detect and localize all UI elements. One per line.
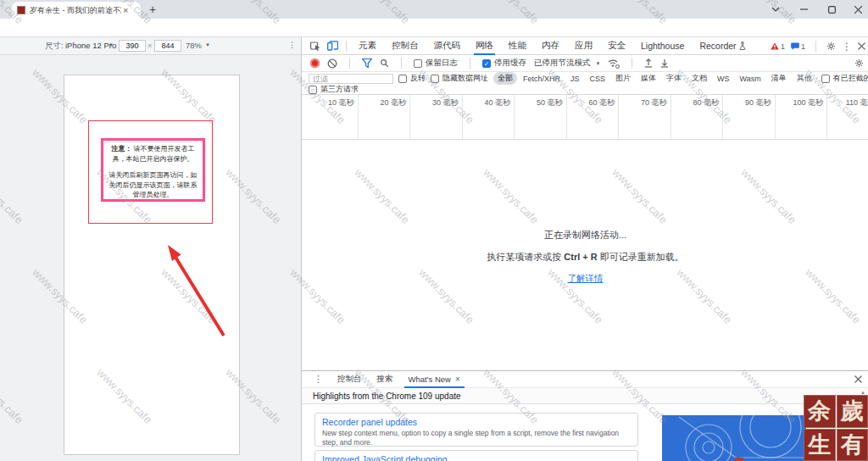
disable-cache-checkbox[interactable]: ✓停用缓存: [482, 58, 526, 69]
devtools-tab-应用[interactable]: 应用: [567, 37, 600, 54]
devtools-tab-性能[interactable]: 性能: [501, 37, 534, 54]
new-tab-button[interactable]: +: [149, 3, 156, 16]
seal-stamp: 余 歲 生 有: [804, 395, 868, 461]
filter-type-字体[interactable]: 字体: [662, 72, 686, 85]
device-caret-icon: ▼: [108, 42, 114, 47]
drawer-tab-What's New[interactable]: What's New×: [401, 371, 468, 387]
device-toolbar: 尺寸: iPhone 12 Pro ▼ × 78% ▼ ⋮: [0, 37, 301, 55]
devtools-tabs: 元素控制台源代码网络性能内存应用安全LighthouseRecorder: [351, 37, 754, 54]
filter-type-文档[interactable]: 文档: [687, 72, 711, 85]
devtools-tab-Recorder[interactable]: Recorder: [692, 37, 753, 54]
whats-new-thumbnail: [662, 415, 806, 461]
inspect-element-icon[interactable]: [307, 41, 324, 51]
dimension-times: ×: [147, 41, 153, 50]
throttling-select[interactable]: 已停用节流模式▼: [534, 58, 600, 69]
divider: [401, 58, 402, 69]
timeline-tick-label: 50 毫秒: [509, 97, 563, 108]
timeline-tick-label: 60 毫秒: [560, 97, 615, 108]
export-har-icon[interactable]: [660, 58, 669, 68]
import-har-icon[interactable]: [644, 58, 653, 68]
third-party-checkbox[interactable]: 第三方请求: [309, 84, 359, 95]
filter-type-Fetch/XHR[interactable]: Fetch/XHR: [519, 74, 565, 84]
checkbox[interactable]: [821, 75, 830, 83]
network-settings-gear-icon[interactable]: [854, 58, 864, 68]
divider: [349, 58, 350, 69]
checkbox[interactable]: [309, 86, 317, 94]
filter-type-媒体[interactable]: 媒体: [637, 72, 660, 85]
devtools-tab-Lighthouse[interactable]: Lighthouse: [633, 37, 692, 54]
viewport-height-input[interactable]: [154, 40, 181, 52]
viewport-width-input[interactable]: [119, 40, 146, 52]
devtools-tab-控制台[interactable]: 控制台: [384, 37, 426, 54]
error-triangle-icon: [771, 42, 779, 50]
hide-data-urls-checkbox[interactable]: 隐藏数据网址: [431, 73, 488, 84]
filter-type-JS[interactable]: JS: [566, 74, 584, 84]
devtools-close-icon[interactable]: [858, 42, 865, 50]
network-search-icon[interactable]: [380, 58, 389, 68]
devtools-tab-安全[interactable]: 安全: [600, 37, 633, 54]
filter-type-图片[interactable]: 图片: [611, 72, 635, 85]
clear-icon[interactable]: [327, 58, 337, 69]
card-title-link[interactable]: Improved JavaScript debugging: [322, 454, 631, 461]
devtools-tab-源代码[interactable]: 源代码: [426, 37, 469, 54]
filter-funnel-icon[interactable]: [362, 58, 372, 68]
tab-close-icon[interactable]: ×: [123, 6, 128, 14]
timeline-ruler: 10 毫秒20 毫秒30 毫秒40 毫秒50 毫秒60 毫秒70 毫秒80 毫秒…: [302, 95, 868, 140]
resource-type-filters: 全部Fetch/XHRJSCSS图片媒体字体文档WSWasm清单其他: [493, 72, 816, 85]
device-toolbar-kebab-icon[interactable]: ⋮: [288, 40, 297, 49]
browser-tab[interactable]: 岁有余生 - 而我们的前途不准起 ×: [12, 2, 141, 19]
network-filter-row-2: 第三方请求: [302, 85, 868, 95]
issues-badge[interactable]: 1: [791, 42, 805, 51]
timeline-tick-label: 70 毫秒: [613, 97, 667, 108]
drawer-tab-close-icon[interactable]: ×: [455, 375, 460, 384]
learn-more-link[interactable]: 了解详情: [568, 273, 604, 283]
divider: [815, 41, 816, 52]
devtools-drawer: ⋮ 控制台搜索What's New× Highlights from the C…: [302, 370, 868, 461]
device-emulation-pane: 尺寸: iPhone 12 Pro ▼ × 78% ▼ ⋮ 注意： 请不要使用开…: [0, 37, 301, 461]
devtools-tab-元素[interactable]: 元素: [351, 37, 384, 54]
filter-type-全部[interactable]: 全部: [493, 72, 517, 85]
filter-type-Wasm[interactable]: Wasm: [736, 74, 765, 84]
timeline-tick-label: 90 毫秒: [717, 97, 771, 108]
timeline-tick-label: 20 毫秒: [352, 97, 406, 108]
drawer-tab-控制台[interactable]: 控制台: [330, 371, 370, 387]
preserve-log-checkbox[interactable]: 保留日志: [414, 58, 458, 69]
error-badge[interactable]: 1: [771, 42, 785, 51]
window-chevron-icon[interactable]: [763, 0, 788, 19]
filter-type-其他[interactable]: 其他: [793, 72, 816, 85]
devtools-kebab-icon[interactable]: ⋮: [842, 41, 852, 53]
device-toolbar-toggle-icon[interactable]: [324, 41, 342, 51]
blocked-cookies-checkbox[interactable]: 有已拦截的 Cookie: [821, 73, 868, 84]
window-close-icon[interactable]: [845, 0, 868, 19]
drawer-tab-搜索[interactable]: 搜索: [370, 371, 401, 387]
window-minimize-icon[interactable]: [791, 0, 816, 19]
devtools-settings-gear-icon[interactable]: [826, 42, 836, 51]
timeline-tick-label: 40 毫秒: [456, 97, 510, 108]
seal-char: 生: [804, 429, 836, 461]
checkbox-checked[interactable]: ✓: [482, 59, 491, 68]
whats-new-card: Improved JavaScript debugging: [314, 450, 638, 461]
record-button[interactable]: [310, 58, 320, 68]
checkbox[interactable]: [414, 59, 422, 68]
checkbox[interactable]: [398, 75, 407, 83]
titlebar: 岁有余生 - 而我们的前途不准起 × +: [0, 0, 868, 19]
window-maximize-icon[interactable]: [819, 0, 844, 19]
devtools-tab-内存[interactable]: 内存: [534, 37, 567, 54]
filter-type-清单[interactable]: 清单: [767, 72, 791, 85]
checkbox[interactable]: [431, 75, 439, 83]
timeline-tick-label: 100 毫秒: [769, 97, 823, 108]
devtools-tab-网络[interactable]: 网络: [468, 37, 501, 54]
invert-checkbox[interactable]: 反转: [398, 73, 426, 84]
drawer-kebab-icon[interactable]: ⋮: [309, 374, 328, 385]
issue-bubble-icon: [791, 42, 799, 50]
zoom-select[interactable]: 78%: [186, 41, 202, 50]
network-conditions-icon[interactable]: [608, 58, 620, 69]
filter-type-WS[interactable]: WS: [713, 74, 734, 84]
filter-input[interactable]: [309, 74, 393, 84]
filter-type-CSS[interactable]: CSS: [586, 74, 610, 84]
phone-viewport: 注意： 请不要使用开发者工具，本站已开启内容保护。 请关闭后刷新页面再访问，如关…: [64, 75, 240, 455]
devtools-panel: 元素控制台源代码网络性能内存应用安全LighthouseRecorder 1 1…: [301, 37, 868, 461]
drawer-close-icon[interactable]: [854, 375, 862, 383]
divider: [470, 58, 470, 69]
card-title-link[interactable]: Recorder panel updates: [322, 417, 631, 427]
